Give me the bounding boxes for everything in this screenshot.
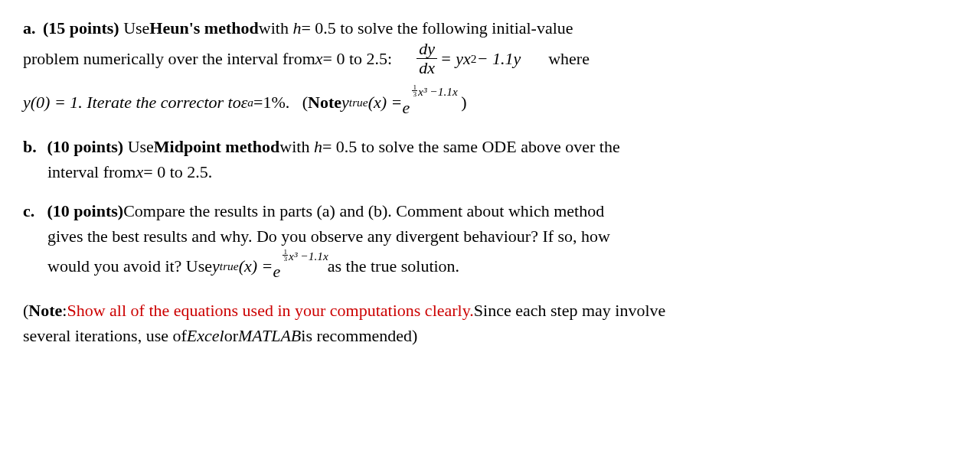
note-red-text: Show all of the equations used in your c…: [67, 298, 473, 323]
e-base: e: [402, 95, 448, 120]
text: = 0 to 2.5:: [323, 46, 393, 71]
text: = 0 to 2.5.: [143, 159, 212, 184]
e-base: e: [273, 259, 318, 284]
text: gives the best results and why. Do you o…: [47, 223, 610, 249]
note-close: ): [461, 90, 466, 115]
text: several iterations, use of: [23, 323, 187, 348]
epsilon-sub: a: [247, 93, 253, 111]
text: is recommended): [301, 323, 417, 348]
text: as the true solution.: [328, 253, 459, 279]
var-h: h: [314, 134, 322, 159]
ytrue-y: y: [341, 90, 349, 115]
ytrue-arg: (x) =: [239, 253, 273, 279]
denominator: dx: [416, 59, 437, 77]
excel-text: Excel: [187, 323, 224, 348]
part-a-line2: problem numerically over the interval fr…: [23, 41, 957, 77]
text: Compare the results in parts (a) and (b)…: [123, 198, 604, 223]
ytrue-arg: (x) =: [368, 90, 403, 115]
text: to solve the same ODE above over the: [361, 134, 620, 159]
fraction-dy-dx: dy dx: [416, 41, 437, 77]
numerator: dy: [416, 41, 437, 59]
part-c-line2: gives the best results and why. Do you o…: [23, 223, 957, 249]
text: Use: [128, 134, 154, 159]
note-line2: several iterations, use of Excel or MATL…: [23, 323, 957, 348]
ytrue-y: y: [212, 253, 220, 279]
note-line1: (Note: Show all of the equations used in…: [23, 298, 957, 323]
part-a-line3: y(0) = 1. Iterate the corrector to εa =1…: [23, 84, 957, 120]
fraction-1-3: 1 3: [412, 84, 417, 98]
ytrue-sub: true: [349, 93, 368, 111]
var-x: x: [136, 159, 143, 184]
part-b-line2: interval from x = 0 to 2.5.: [23, 159, 957, 184]
var-h: h: [292, 15, 301, 41]
exponent-expr: 1 3 x³ −1.1x: [411, 84, 457, 98]
epsilon-value: =1%.: [253, 90, 289, 115]
part-b: b. (10 points) Use Midpoint method with …: [23, 134, 957, 184]
exp-tail: x³ −1.1x: [418, 85, 458, 98]
ytrue-sub: true: [220, 257, 239, 275]
or-text: or: [224, 323, 238, 348]
text: = 0.5: [301, 15, 335, 41]
matlab-text: MATLAB: [238, 323, 301, 348]
exp-tail: x³ −1.1x: [289, 249, 328, 262]
text: = 0.5: [322, 134, 357, 159]
text: with: [279, 134, 309, 159]
fraction-1-3: 1 3: [283, 249, 288, 262]
exponent-expr: 1 3 x³ −1.1x: [282, 249, 328, 262]
text: to solve the following initial-value: [340, 15, 573, 41]
where-text: where: [548, 46, 590, 71]
part-c-points: (10 points): [47, 198, 124, 223]
part-a: a. (15 points) Use Heun's method with h …: [23, 15, 957, 120]
exponential-expr: 1 3 x³ −1.1x e: [273, 249, 318, 285]
text: interval from: [47, 159, 136, 184]
note-open: (Note: [302, 90, 341, 115]
part-a-points: (15 points): [43, 15, 119, 41]
part-c-line1: c. (10 points) Compare the results in pa…: [23, 198, 957, 223]
part-c-line3: would you avoid it? Use ytrue(x) = 1 3 x…: [23, 249, 957, 285]
var-x: x: [315, 46, 323, 71]
ode-equation: dy dx = yx2 − 1.1y: [413, 41, 521, 77]
exponent-2: 2: [471, 50, 477, 67]
exponential-expr: 1 3 x³ −1.1x e: [402, 84, 448, 120]
part-c: c. (10 points) Compare the results in pa…: [23, 198, 957, 285]
initial-condition: y(0) = 1. Iterate the corrector to: [23, 90, 241, 115]
part-a-label: a.: [23, 15, 43, 41]
text: would you avoid it? Use: [47, 253, 212, 279]
part-c-label: c.: [23, 198, 43, 223]
text: problem numerically over the interval fr…: [23, 46, 315, 71]
part-b-line1: b. (10 points) Use Midpoint method with …: [23, 134, 957, 159]
method-name: Heun's method: [149, 15, 258, 41]
ode-rhs-part2: − 1.1y: [477, 46, 521, 71]
text: with: [259, 15, 289, 41]
ode-rhs-part1: = yx: [440, 46, 471, 71]
note-open: (Note: [23, 298, 62, 323]
text: Use: [123, 15, 149, 41]
part-b-label: b.: [23, 134, 43, 159]
epsilon: ε: [241, 90, 248, 115]
den: 3: [283, 256, 288, 262]
part-a-line1: a. (15 points) Use Heun's method with h …: [23, 15, 957, 41]
den: 3: [412, 91, 417, 97]
part-b-points: (10 points): [47, 134, 124, 159]
text: Since each step may involve: [474, 298, 665, 323]
method-name: Midpoint method: [154, 134, 279, 159]
footer-note: (Note: Show all of the equations used in…: [23, 298, 957, 348]
